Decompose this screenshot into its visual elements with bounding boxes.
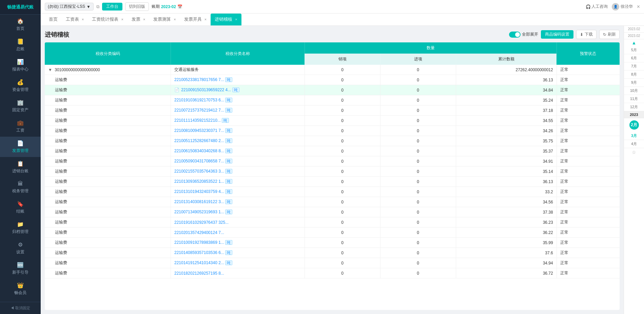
- sidebar-item-funds[interactable]: 💰 资金管理: [0, 76, 41, 96]
- timeline-month-2-active[interactable]: 2月: [629, 120, 639, 130]
- unit-tag[interactable]: 吨: [225, 108, 232, 113]
- unit-tag[interactable]: 吨: [225, 159, 232, 163]
- product-code-settings-button[interactable]: 商品编码设置: [541, 30, 573, 39]
- tab-invoice-issue[interactable]: 发票开具 ×: [180, 14, 211, 25]
- unit-tag[interactable]: 吨: [225, 179, 232, 184]
- table-scroll-area[interactable]: 税收分类编码 税收分类名称 数量 预警状态 销项 进项 累计数额: [45, 42, 620, 310]
- unit-tag[interactable]: 吨: [225, 250, 232, 255]
- unit-tag[interactable]: 吨: [232, 87, 239, 92]
- company-selector[interactable]: (勿动) 江西报宝-LSS ▼: [45, 3, 94, 11]
- tab-close-icon[interactable]: ×: [174, 17, 176, 21]
- data-table-container: 税收分类编码 税收分类名称 数量 预警状态 销项 进项 累计数额: [45, 42, 620, 310]
- sidebar-item-archive[interactable]: 📁 归档管理: [0, 218, 41, 238]
- timeline-month-8[interactable]: 8月: [624, 71, 644, 79]
- sales-cell: 0: [305, 146, 380, 156]
- cumulative-cell: 36.72: [456, 268, 557, 278]
- workspace-button[interactable]: 工作台: [102, 3, 122, 11]
- timeline-month-12[interactable]: 12月: [624, 103, 644, 111]
- tab-close-icon[interactable]: ×: [204, 17, 207, 21]
- unit-tag[interactable]: 吨: [225, 210, 232, 214]
- timeline-month-10[interactable]: 10月: [624, 87, 644, 95]
- calendar-icon[interactable]: 📅: [177, 4, 182, 9]
- sidebar-item-vip[interactable]: 👑 畅会员: [0, 279, 41, 299]
- unit-tag[interactable]: 吨: [225, 138, 232, 143]
- unit-tag[interactable]: 吨: [225, 149, 232, 153]
- timeline-month-6[interactable]: 6月: [624, 54, 644, 62]
- unit-tag[interactable]: 吨: [225, 128, 232, 133]
- unit-tag[interactable]: 吨: [225, 240, 232, 245]
- timeline-month-11[interactable]: 11月: [624, 95, 644, 103]
- sidebar-item-purchase-ledger[interactable]: 📋 进销台账: [0, 157, 41, 177]
- sidebar-item-tax[interactable]: 🏛 税务管理: [0, 177, 41, 197]
- tab-invoices[interactable]: 发票 ×: [128, 14, 149, 25]
- sidebar-item-reports[interactable]: 📊 报表中心: [0, 55, 41, 76]
- refresh-button[interactable]: ↻ 刷新: [599, 30, 620, 39]
- cumulative-cell: 34.26: [456, 126, 557, 136]
- expand-icon[interactable]: ▼: [48, 67, 52, 72]
- status-cell: 正常: [557, 177, 620, 187]
- funds-icon: 💰: [17, 79, 24, 85]
- timeline-month-4[interactable]: 4月: [624, 140, 644, 148]
- page-title: 进销稽核: [45, 31, 69, 39]
- support-link[interactable]: 🎧 人工咨询: [586, 4, 608, 9]
- unit-tag[interactable]: 吨: [225, 98, 232, 102]
- tab-close-icon[interactable]: ×: [235, 17, 237, 21]
- timeline-up-arrow[interactable]: ▲: [624, 39, 644, 46]
- unit-tag[interactable]: 吨: [225, 199, 232, 204]
- col-header-sales: 销项: [305, 54, 380, 65]
- tab-close-icon[interactable]: ×: [82, 17, 84, 21]
- favorite-icon[interactable]: ☆: [624, 148, 644, 156]
- timeline-month-5[interactable]: 5月: [624, 46, 644, 54]
- sidebar-item-guide[interactable]: 🆕 新手引导: [0, 258, 41, 279]
- invoice-mgmt-icon: 📄: [17, 140, 24, 146]
- table-row: 运输费 2210071349052319693 1... 吨 0 0 37.38…: [45, 207, 620, 217]
- content-main: 进销稽核 全部展开 商品编码设置 ⬇ 下载 ↻ 刷新: [41, 26, 624, 314]
- timeline-month-7[interactable]: 7月: [624, 62, 644, 71]
- unit-tag[interactable]: 吨: [222, 118, 229, 123]
- timeline-month-9[interactable]: 9月: [624, 79, 644, 87]
- unit-tag[interactable]: 吨: [225, 189, 232, 194]
- status-cell: 正常: [557, 95, 620, 105]
- tab-close-icon[interactable]: ×: [121, 17, 123, 21]
- unit-tag[interactable]: 吨: [225, 169, 232, 174]
- sales-cell: 0: [305, 207, 380, 217]
- close-icon[interactable]: ×: [637, 4, 640, 10]
- sidebar-item-home[interactable]: 🏠 首页: [0, 15, 41, 35]
- item-name-cell: 运输费: [45, 156, 171, 166]
- tab-close-icon[interactable]: ×: [143, 17, 145, 21]
- app-logo: 畅捷通易代账: [0, 0, 41, 15]
- copy-icon[interactable]: ⧉: [96, 4, 99, 9]
- download-button[interactable]: ⬇ 下载: [576, 30, 597, 39]
- timeline-month-3[interactable]: 3月: [624, 132, 644, 140]
- col-header-purchase: 进项: [380, 54, 456, 65]
- status-cell: 正常: [557, 207, 620, 217]
- sidebar-item-ledger[interactable]: 📒 总账: [0, 35, 41, 55]
- sidebar-item-invoice-mgmt[interactable]: 📄 发票管理: [0, 137, 41, 157]
- user-menu[interactable]: 👤 徐泾华: [612, 3, 633, 11]
- expand-toggle[interactable]: [509, 32, 521, 38]
- tab-salary-table[interactable]: 工资表 ×: [62, 14, 88, 25]
- sidebar-item-salary[interactable]: 💼 工资: [0, 116, 41, 137]
- sales-check-table: 税收分类编码 税收分类名称 数量 预警状态 销项 进项 累计数额: [45, 42, 620, 278]
- sidebar-item-label: 工资: [16, 127, 24, 133]
- invoice-no-cell: 2210052338178017656 7... 吨: [171, 75, 305, 85]
- unpin-button[interactable]: ◀ 取消固定: [0, 302, 41, 314]
- tab-sales-check[interactable]: 进销稽核 ×: [211, 14, 241, 25]
- unit-tag[interactable]: 吨: [225, 77, 232, 82]
- unit-tag[interactable]: 吨: [225, 260, 232, 265]
- cumulative-cell: 34.94: [456, 258, 557, 268]
- tab-salary-stats[interactable]: 工资统计报表 ×: [88, 14, 127, 25]
- item-name-cell: 运输费: [45, 248, 171, 258]
- tax-name-cell: 交通运输服务: [171, 65, 305, 75]
- tab-home[interactable]: 首页: [45, 14, 62, 25]
- username: 徐泾华: [621, 4, 633, 9]
- timeline-sidebar: 2023.02 2023.02 ▲ 5月 6月 7月 8月 9月 10月 11月…: [624, 26, 644, 314]
- cumulative-cell: 35.37: [456, 146, 557, 156]
- sidebar-item-closing[interactable]: 🔖 结账: [0, 197, 41, 218]
- tab-invoice-calc[interactable]: 发票测算 ×: [149, 14, 180, 25]
- cumulative-cell: 36.13: [456, 177, 557, 187]
- switch-version-button[interactable]: 切到旧版: [125, 2, 149, 11]
- sidebar-item-assets[interactable]: 🏢 固定资产: [0, 96, 41, 116]
- col-header-cumulative: 累计数额: [456, 54, 557, 65]
- sidebar-item-settings[interactable]: ⚙ 设置: [0, 238, 41, 258]
